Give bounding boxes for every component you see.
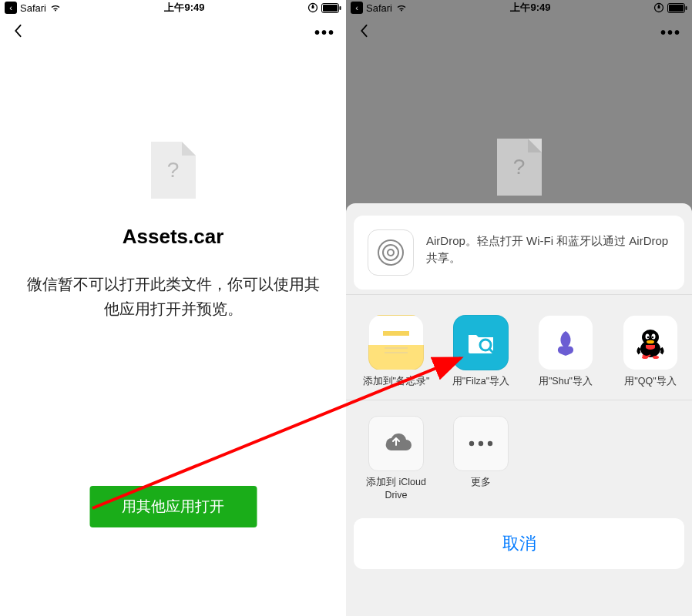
share-app-qq[interactable]: 用"QQ"导入 — [616, 315, 685, 387]
svg-point-24 — [653, 356, 659, 359]
action-label: 更多 — [471, 476, 491, 488]
wifi-icon — [395, 3, 408, 12]
orientation-lock-icon — [653, 2, 664, 13]
back-app-label[interactable]: Safari — [20, 2, 46, 14]
svg-rect-3 — [340, 6, 341, 10]
airdrop-row[interactable]: AirDrop。轻点打开 Wi-Fi 和蓝牙以通过 AirDrop 共享。 — [354, 216, 684, 290]
action-icloud[interactable]: 添加到 iCloud Drive — [361, 416, 431, 501]
svg-point-18 — [646, 334, 650, 340]
svg-point-23 — [642, 356, 648, 359]
file-view-dimmed: ? — [346, 49, 692, 222]
svg-point-19 — [652, 334, 656, 340]
file-name: Assets.car — [123, 225, 224, 249]
svg-rect-7 — [686, 6, 687, 10]
shu-icon — [538, 315, 593, 370]
status-time: 上午9:49 — [510, 1, 550, 15]
svg-rect-2 — [323, 5, 338, 12]
wifi-icon — [49, 3, 62, 12]
nav-bar: ••• — [346, 15, 692, 49]
file-icon: ? — [151, 142, 196, 199]
svg-point-8 — [388, 249, 394, 256]
action-more[interactable]: 更多 — [446, 416, 516, 501]
svg-point-25 — [469, 441, 474, 446]
back-button[interactable] — [357, 24, 371, 41]
filza-icon — [453, 315, 509, 370]
svg-point-22 — [647, 340, 654, 344]
share-app-row[interactable]: 添加到"备忘录" 用"Filza"导入 用"Shu"导入 用"QQ"导入 — [346, 295, 692, 395]
file-icon: ? — [497, 139, 542, 196]
svg-point-9 — [383, 245, 398, 260]
svg-rect-6 — [669, 5, 684, 12]
memo-icon — [368, 315, 424, 370]
more-button[interactable]: ••• — [314, 24, 335, 42]
share-app-label: 用"Filza"导入 — [452, 375, 509, 387]
back-app-icon[interactable]: ‹ — [5, 2, 17, 14]
svg-point-10 — [378, 240, 403, 265]
share-app-memo[interactable]: 添加到"备忘录" — [361, 315, 431, 387]
share-app-filza[interactable]: 用"Filza"导入 — [446, 315, 516, 387]
share-sheet: AirDrop。轻点打开 Wi-Fi 和蓝牙以通过 AirDrop 共享。 添加… — [346, 203, 692, 616]
share-action-row[interactable]: 添加到 iCloud Drive 更多 — [346, 400, 692, 512]
battery-icon — [667, 3, 687, 13]
share-app-shu[interactable]: 用"Shu"导入 — [531, 315, 600, 387]
status-bar: ‹ Safari 上午9:49 — [0, 0, 346, 15]
phone-right: ‹ Safari 上午9:49 ••• ? AirDrop。轻点打开 Wi-Fi… — [346, 0, 692, 616]
file-view: ? Assets.car 微信暂不可以打开此类文件，你可以使用其他应用打开并预览… — [0, 49, 346, 321]
airdrop-text: AirDrop。轻点打开 Wi-Fi 和蓝牙以通过 AirDrop 共享。 — [426, 229, 670, 266]
svg-rect-11 — [383, 331, 409, 336]
battery-icon — [321, 3, 341, 13]
status-time: 上午9:49 — [164, 1, 204, 15]
back-app-icon[interactable]: ‹ — [351, 2, 363, 14]
cancel-button[interactable]: 取消 — [354, 518, 684, 569]
more-button[interactable]: ••• — [660, 24, 681, 42]
file-desc: 微信暂不可以打开此类文件，你可以使用其他应用打开并预览。 — [0, 272, 346, 321]
back-app-label[interactable]: Safari — [366, 2, 392, 14]
icloud-icon — [368, 416, 424, 471]
svg-point-21 — [652, 336, 653, 338]
orientation-lock-icon — [307, 2, 318, 13]
svg-point-20 — [647, 336, 649, 338]
svg-point-27 — [488, 441, 492, 446]
airdrop-icon — [368, 229, 414, 276]
phone-left: ‹ Safari 上午9:49 ••• ? Assets.car 微信暂不可以打… — [0, 0, 346, 616]
share-app-label: 用"Shu"导入 — [539, 375, 593, 387]
svg-point-26 — [479, 441, 483, 446]
share-app-label: 添加到"备忘录" — [363, 375, 430, 387]
share-app-label: 用"QQ"导入 — [624, 375, 676, 387]
nav-bar: ••• — [0, 15, 346, 49]
qq-icon — [623, 315, 678, 370]
status-bar: ‹ Safari 上午9:49 — [346, 0, 692, 15]
more-icon — [453, 416, 509, 471]
action-label: 添加到 iCloud Drive — [361, 476, 431, 501]
open-with-other-app-button[interactable]: 用其他应用打开 — [89, 486, 257, 527]
back-button[interactable] — [11, 24, 25, 41]
